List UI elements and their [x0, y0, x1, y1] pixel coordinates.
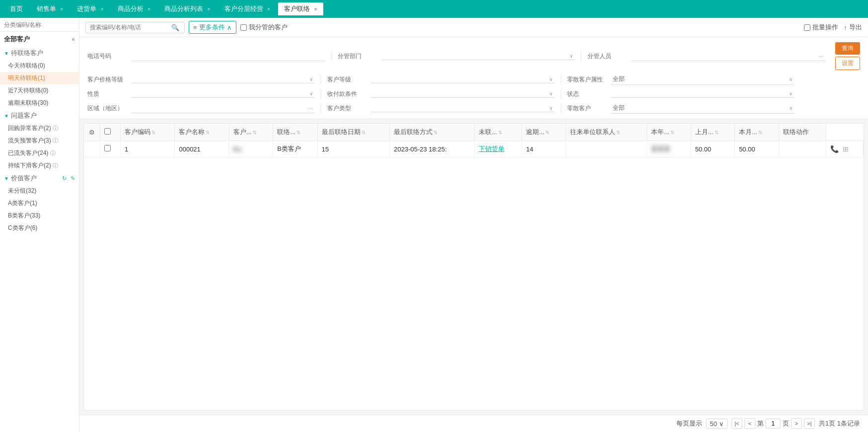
per-page-value: 50 [710, 420, 717, 428]
filter-icon: ≡ [193, 24, 197, 31]
col-last-month: 上月...⇅ [691, 124, 734, 141]
filter-phone-field: 电话号码 [87, 52, 325, 61]
sidebar-item-class-b[interactable]: B类客户(33) [0, 210, 79, 222]
col-last-contact-method: 最后联络方式⇅ [390, 124, 475, 141]
sidebar-item-class-c[interactable]: C类客户(6) [0, 222, 79, 234]
my-customers-checkbox[interactable] [240, 24, 247, 31]
filter-divider-7 [321, 103, 321, 113]
filter-customer-level-chevron: ∨ [549, 76, 553, 82]
filter-phone-input[interactable] [131, 52, 325, 61]
per-page-select[interactable]: 50 ∨ [706, 419, 727, 429]
reset-button[interactable]: 设置 [835, 57, 860, 70]
sidebar-item-churned[interactable]: 已流失客户(24) ⓘ [0, 147, 79, 159]
toolbar-search-input[interactable] [90, 24, 169, 31]
toolbar-search-icon[interactable]: 🔍 [171, 24, 179, 31]
nav-item-customer-segment[interactable]: 客户分层经营 × [218, 2, 276, 15]
bulk-label: 批量操作 [812, 23, 838, 32]
filter-dept-field: 分管部门 ∨ [338, 52, 576, 61]
row-contact-person: 某某某 [647, 141, 691, 157]
filter-person-select[interactable]: ··· [631, 52, 825, 61]
filter-payment-field: 收付款条件 ∨ [327, 90, 555, 98]
filter-customer-level-select[interactable]: ∨ [371, 75, 555, 83]
sidebar-item-class-a[interactable]: A类客户(1) [0, 197, 79, 210]
total-records-label: 共1页 1条记录 [819, 419, 860, 428]
nav-item-product-analysis[interactable]: 商品分析 × [112, 2, 156, 15]
col-gear[interactable]: ⚙ [84, 124, 100, 141]
nav-product-analysis-close[interactable]: × [147, 6, 150, 12]
customers-table: ⚙ 客户编码⇅ 客户名称⇅ 客户...⇅ 联络...⇅ 最后联络日期⇅ 最后联络… [84, 124, 864, 157]
last-page-button[interactable]: >| [804, 418, 815, 429]
filter-price-level-field: 客户价格等级 ∨ [87, 75, 315, 84]
sidebar-group-value-edit[interactable]: ✎ [71, 175, 75, 182]
filter-customer-type-select[interactable]: ∨ [371, 104, 555, 112]
query-button[interactable]: 查询 [835, 42, 860, 55]
col-action: 联络动作 [779, 124, 826, 141]
col-this-year: 本年...⇅ [647, 124, 691, 141]
nav-customer-segment-label: 客户分层经营 [224, 4, 263, 13]
filter-person-ellipsis[interactable]: ··· [818, 53, 823, 60]
sidebar-item-7day-contact[interactable]: 近7天待联络(0) [0, 84, 79, 97]
toolbar-right-actions: 批量操作 ↑ 导出 [804, 23, 863, 32]
row-action-more-icon[interactable]: ⊞ [843, 145, 849, 153]
more-filter-button[interactable]: ≡ 更多条件 ∧ [189, 21, 236, 34]
sidebar-item-declining[interactable]: 持续下滑客户(2) ⓘ [0, 159, 79, 172]
nav-item-purchase[interactable]: 进货单 × [71, 2, 109, 15]
filter-btn-label: 更多条件 [199, 23, 225, 32]
select-all-checkbox[interactable] [104, 128, 111, 135]
export-icon: ↑ [844, 24, 848, 31]
sidebar-item-today-contact[interactable]: 今天待联络(0) [0, 60, 79, 72]
nav-product-list-close[interactable]: × [207, 6, 210, 12]
sidebar-item-ungrouped[interactable]: 未分组(32) [0, 185, 79, 197]
sidebar-group-value-refresh[interactable]: ↻ [62, 175, 67, 182]
page-number-input[interactable] [766, 419, 781, 429]
bulk-operation-button[interactable]: 批量操作 [804, 23, 838, 32]
sidebar-collapse-icon[interactable]: « [72, 36, 75, 43]
next-page-button[interactable]: > [791, 418, 802, 429]
filter-region-ellipsis[interactable]: ··· [308, 105, 313, 112]
sidebar-all-customers-label: 全部客户 [4, 35, 30, 44]
filter-price-level-select[interactable]: ∨ [131, 75, 315, 83]
filter-region-select[interactable]: ··· [131, 104, 315, 113]
prev-page-button[interactable]: < [744, 418, 755, 429]
export-button[interactable]: ↑ 导出 [844, 23, 863, 32]
nav-purchase-close[interactable]: × [100, 6, 103, 12]
first-page-button[interactable]: |< [731, 418, 742, 429]
my-customers-checkbox-area: 我分管的客户 [240, 23, 288, 32]
filter-person-field: 分管人员 ··· [587, 52, 825, 61]
row-select-checkbox[interactable] [104, 145, 111, 151]
filter-retail-attr-field: 零散客户属性 全部 ∨ [567, 74, 795, 85]
filter-retail-attr-select[interactable]: 全部 ∨ [611, 74, 795, 85]
filter-nature-select[interactable]: ∨ [131, 90, 315, 98]
sidebar-item-overdue-contact[interactable]: 逾期未联络(30) [0, 97, 79, 109]
sidebar-item-churn-warning[interactable]: 流失预警客户(3) ⓘ [0, 135, 79, 147]
nav-customer-contact-close[interactable]: × [314, 6, 317, 12]
nav-item-product-list[interactable]: 商品分析列表 × [158, 2, 216, 15]
filter-divider-6 [561, 89, 561, 99]
nav-sales-close[interactable]: × [60, 6, 63, 12]
filter-dept-select[interactable]: ∨ [381, 52, 576, 60]
sidebar-all-customers-header[interactable]: 全部客户 « [0, 32, 79, 47]
filter-status-select[interactable]: ∨ [611, 90, 795, 98]
nav-item-sales[interactable]: 销售单 × [31, 2, 69, 15]
sidebar-group-value-arrow: ▼ [4, 176, 9, 181]
row-action-phone-icon[interactable]: 📞 [830, 145, 839, 153]
nav-item-home[interactable]: 首页 [4, 2, 29, 15]
table-body: 1 000021 Ea B类客户 15 2023-05-23 18:25: 下销… [84, 141, 864, 157]
sidebar-group-value[interactable]: ▼ 价值客户 ↻ ✎ [0, 172, 79, 185]
sidebar-item-tomorrow-contact[interactable]: 明天待联络(1) [0, 72, 79, 84]
bulk-checkbox[interactable] [804, 24, 810, 31]
filter-retail-select[interactable]: 全部 ∨ [611, 103, 795, 114]
filter-nature-chevron: ∨ [309, 91, 313, 96]
filter-price-level-chevron: ∨ [309, 76, 313, 82]
filter-customer-type-chevron: ∨ [549, 105, 553, 111]
sidebar-search-input[interactable] [4, 21, 78, 28]
row-actions: 📞 ⊞ [826, 141, 864, 157]
contact-method-link[interactable]: 下销货单 [479, 145, 505, 152]
sidebar-item-repurchase-anomaly[interactable]: 回购异常客户(2) ⓘ [0, 122, 79, 135]
nav-customer-segment-close[interactable]: × [267, 6, 270, 12]
nav-item-customer-contact[interactable]: 客户联络 × [278, 2, 323, 15]
filter-payment-select[interactable]: ∨ [371, 90, 555, 98]
sidebar-group-pending[interactable]: ▼ 待联络客户 [0, 47, 79, 60]
sidebar-group-problem[interactable]: ▼ 问题客户 [0, 109, 79, 122]
filter-row-2: 客户价格等级 ∨ 客户等级 ∨ 零散客户属性 [87, 74, 860, 85]
